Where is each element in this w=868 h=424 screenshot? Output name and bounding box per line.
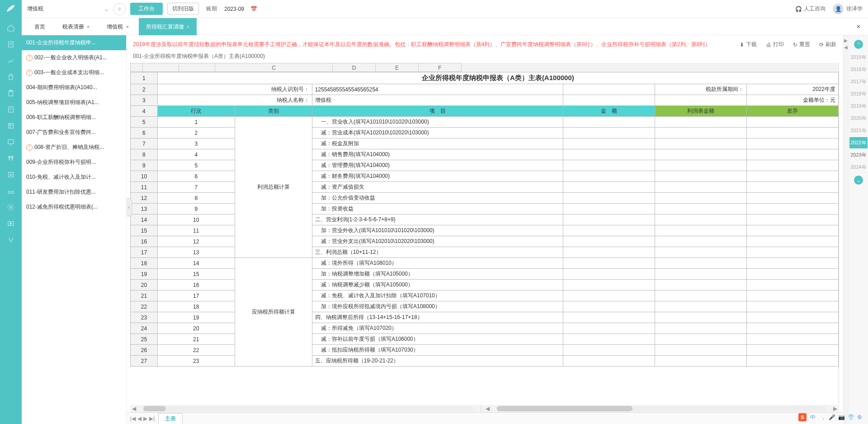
row-number[interactable]: 3: [131, 95, 158, 106]
pl-cell[interactable]: [655, 323, 747, 334]
line-number[interactable]: 18: [157, 301, 235, 312]
nav-form-icon[interactable]: [4, 119, 18, 133]
line-number[interactable]: 23: [157, 356, 235, 367]
project-desc[interactable]: 加：营业外收入(填写A101010\101020\103000): [312, 225, 563, 236]
form-list-item[interactable]: 010-免税、减计收入及加计...: [22, 170, 126, 185]
diff-cell[interactable]: [746, 323, 838, 334]
row-number[interactable]: 21: [131, 291, 158, 301]
project-desc[interactable]: 减：营业外支出(填写A102010\102020\103000): [312, 236, 563, 247]
project-desc[interactable]: 减：弥补以前年度亏损（填写A106000）: [312, 334, 563, 345]
year-2019年[interactable]: 2019年: [849, 100, 868, 112]
diff-cell[interactable]: [746, 214, 838, 225]
close-icon[interactable]: ×: [187, 18, 189, 35]
diff-cell[interactable]: [746, 312, 838, 323]
line-number[interactable]: 19: [157, 312, 235, 323]
amount-cell[interactable]: [563, 345, 655, 356]
project-desc[interactable]: 减：境外所得（填写A108010）: [312, 258, 563, 269]
project-desc[interactable]: 减：抵扣应纳税所得额（填写A107030）: [312, 345, 563, 356]
col-header[interactable]: E: [376, 63, 419, 72]
row-number[interactable]: 18: [131, 258, 158, 269]
switch-old-button[interactable]: 切到旧版: [167, 3, 199, 15]
category-taxable[interactable]: 应纳税所得额计算: [235, 258, 312, 367]
row-number[interactable]: 6: [131, 128, 158, 138]
diff-cell[interactable]: [746, 301, 838, 312]
user-avatar[interactable]: 👤: [833, 4, 844, 14]
amount-cell[interactable]: [563, 312, 655, 323]
pl-cell[interactable]: [655, 117, 747, 128]
nav-home-icon[interactable]: [4, 21, 18, 35]
nav-gear-icon[interactable]: [4, 200, 18, 214]
tax-id[interactable]: 125545855545546565254: [312, 84, 563, 95]
year-up[interactable]: ⌃: [854, 40, 863, 49]
amount-cell[interactable]: [563, 269, 655, 280]
ime-icon[interactable]: 👕: [848, 414, 854, 420]
col-header[interactable]: F: [419, 63, 462, 72]
tax-id-label[interactable]: 纳税人识别号：: [157, 84, 312, 95]
pl-cell[interactable]: [655, 334, 747, 345]
diff-cell[interactable]: [746, 334, 838, 345]
workbench-button[interactable]: 工作台: [130, 3, 163, 15]
year-2017年[interactable]: 2017年: [849, 76, 868, 87]
project-desc[interactable]: 一、营业收入(填写A101010\101020\103000): [312, 117, 563, 128]
period-value[interactable]: 2023-09: [224, 6, 244, 12]
line-number[interactable]: 16: [157, 280, 235, 291]
form-list-item[interactable]: 011-研发费用加计扣除优惠...: [22, 185, 126, 200]
line-number[interactable]: 22: [157, 345, 235, 356]
diff-cell[interactable]: [746, 204, 838, 214]
line-number[interactable]: 1: [157, 117, 235, 128]
hscroll-left2[interactable]: ◀: [484, 405, 491, 412]
row-number[interactable]: 4: [131, 106, 158, 117]
tab-所得税汇算清缴[interactable]: 所得税汇算清缴×: [139, 18, 197, 35]
row-number[interactable]: 13: [131, 204, 158, 214]
pl-cell[interactable]: [655, 258, 747, 269]
diff-cell[interactable]: [746, 247, 838, 258]
sheet-nav-last[interactable]: ▶|: [149, 415, 155, 422]
pl-cell[interactable]: [655, 214, 747, 225]
hscroll-left[interactable]: ◀: [130, 405, 138, 412]
pl-cell[interactable]: [655, 193, 747, 204]
year-down[interactable]: ⌄: [854, 176, 863, 185]
form-list-item[interactable]: 001-企业所得税年度纳税申...: [22, 35, 126, 50]
pl-cell[interactable]: [655, 356, 747, 367]
hscroll-track-right[interactable]: [497, 406, 826, 411]
line-number[interactable]: 13: [157, 247, 235, 258]
year-2015年[interactable]: 2015年: [849, 52, 868, 63]
diff-cell[interactable]: [746, 258, 838, 269]
project-desc[interactable]: 减：所得减免（填写A107020）: [312, 323, 563, 334]
form-list-item[interactable]: 007-广告费和业务宣传费跨...: [22, 125, 126, 140]
consult-link[interactable]: 🎧 人工咨询: [795, 5, 826, 13]
line-number[interactable]: 5: [157, 160, 235, 171]
col-header[interactable]: D: [333, 63, 376, 72]
year-2024年[interactable]: 2024年: [849, 162, 868, 173]
col-header[interactable]: [130, 63, 143, 72]
ime-icon[interactable]: 🎤: [829, 414, 835, 420]
ime-icon[interactable]: ，: [821, 414, 826, 420]
amount-cell[interactable]: [563, 193, 655, 204]
row-number[interactable]: 24: [131, 323, 158, 334]
ime-icon[interactable]: 📷: [838, 414, 845, 420]
amount-cell[interactable]: [563, 356, 655, 367]
hdr-amt[interactable]: 金 额: [563, 106, 655, 117]
line-number[interactable]: 14: [157, 258, 235, 269]
project-desc[interactable]: 三、利润总额（10+11-12）: [312, 247, 563, 258]
pl-cell[interactable]: [655, 312, 747, 323]
line-number[interactable]: 12: [157, 236, 235, 247]
amount-cell[interactable]: [563, 301, 655, 312]
row-number[interactable]: 8: [131, 149, 158, 160]
sheet-tab[interactable]: 主表: [158, 413, 183, 424]
amount-cell[interactable]: [563, 182, 655, 193]
hdr-pl[interactable]: 利润表金额: [655, 106, 747, 117]
right-expand-2[interactable]: ◀: [844, 45, 848, 50]
line-number[interactable]: 10: [157, 214, 235, 225]
project-desc[interactable]: 加：公允价值变动收益: [312, 193, 563, 204]
col-header[interactable]: C: [215, 63, 333, 72]
pl-cell[interactable]: [655, 138, 747, 149]
diff-cell[interactable]: [746, 280, 838, 291]
form-list-item[interactable]: 006-职工薪酬纳税调整明细...: [22, 110, 126, 125]
amount-cell[interactable]: [563, 323, 655, 334]
download-button[interactable]: ⬇ 下载: [740, 41, 757, 48]
hdr-proj[interactable]: 项 目: [312, 106, 563, 117]
nav-v-icon[interactable]: [4, 233, 18, 247]
row-number[interactable]: 22: [131, 301, 158, 312]
project-desc[interactable]: 五、应纳税所得额（19-20-21-22）: [312, 356, 563, 367]
